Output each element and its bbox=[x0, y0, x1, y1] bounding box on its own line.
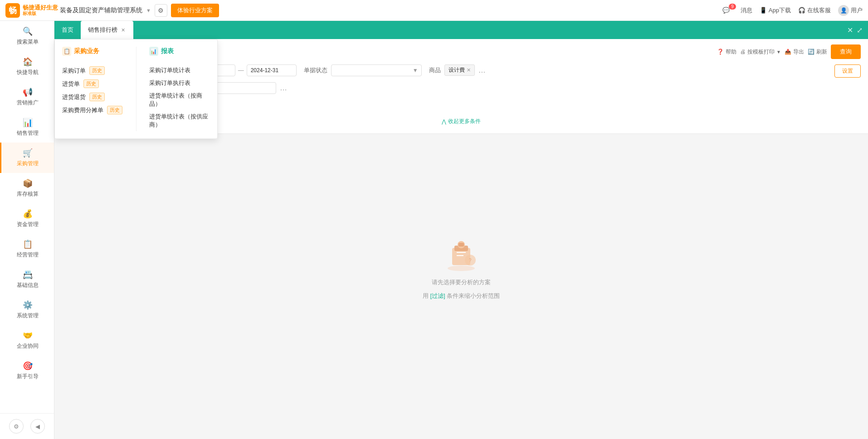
print-label: 按模板打印 bbox=[747, 48, 775, 56]
menu-item-incoming-stats-supplier[interactable]: 进货单统计表（按供应商） bbox=[149, 110, 210, 131]
sidebar-label-operation: 经营管理 bbox=[17, 251, 39, 259]
tab-bar: 首页 销售排行榜 ✕ ✕ ⤢ bbox=[54, 21, 868, 39]
collapse-arrow-icon: ⋀ bbox=[442, 118, 446, 125]
sidebar-item-finance[interactable]: 💰 资金管理 bbox=[0, 203, 54, 234]
box-icon: 📦 bbox=[23, 178, 33, 188]
setting-btn-wrapper: 设置 bbox=[834, 63, 861, 78]
empty-state: ? 请先选择要分析的方案 用 [过滤] 条件来缩小分析范围 bbox=[54, 134, 868, 439]
history-tag-purchase-order: 历史 bbox=[89, 66, 105, 75]
sidebar-label-corp: 企业协同 bbox=[17, 342, 39, 350]
menu-item-incoming-stats-supplier-label: 进货单统计表（按供应商） bbox=[149, 113, 210, 129]
empty-line2: 用 [过滤] 条件来缩小分析范围 bbox=[423, 292, 500, 300]
topbar-right: 💬 9 消息 📱 App下载 🎧 在线客服 👤 用户 bbox=[722, 5, 863, 16]
card-icon: 📇 bbox=[23, 270, 33, 280]
toolbar-right: ❓ 帮助 🖨 按模板打印 ▼ 📤 导出 🔄 刷新 bbox=[717, 44, 861, 59]
svg-point-0 bbox=[448, 266, 475, 271]
cart-icon: 🛒 bbox=[23, 148, 33, 158]
history-tag-expense: 历史 bbox=[107, 106, 122, 114]
megaphone-icon: 📢 bbox=[23, 87, 33, 97]
doc-status-dropdown-icon: ▼ bbox=[413, 67, 418, 74]
sidebar-item-sales[interactable]: 📊 销售管理 bbox=[0, 112, 54, 143]
home-tab-label: 首页 bbox=[62, 26, 73, 34]
sidebar-label-inventory: 库存核算 bbox=[17, 190, 39, 198]
menu-item-purchase-order-label: 采购订单 bbox=[62, 67, 86, 75]
sidebar-item-operation[interactable]: 📋 经营管理 bbox=[0, 234, 54, 264]
salesperson-more-btn[interactable]: … bbox=[280, 84, 287, 92]
sidebar-label-basic: 基础信息 bbox=[17, 281, 39, 289]
system-dropdown-arrow[interactable]: ▼ bbox=[146, 8, 151, 13]
industry-btn[interactable]: 体验行业方案 bbox=[171, 4, 219, 17]
sidebar-label-system: 系统管理 bbox=[17, 312, 39, 320]
menu-item-po-stats[interactable]: 采购订单统计表 bbox=[149, 64, 210, 77]
menu-item-purchase-order[interactable]: 采购订单 历史 bbox=[62, 64, 123, 77]
export-label: 导出 bbox=[793, 48, 804, 56]
refresh-icon: 🔄 bbox=[808, 49, 814, 55]
export-btn[interactable]: 📤 导出 bbox=[785, 48, 804, 56]
message-label: 消息 bbox=[741, 6, 752, 15]
goods-tag: 设计費 ✕ bbox=[444, 64, 475, 76]
refresh-btn[interactable]: 🔄 刷新 bbox=[808, 48, 827, 56]
print-btn[interactable]: 🖨 按模板打印 ▼ bbox=[740, 48, 781, 56]
menu-item-incoming-stats-goods-label: 进货单统计表（按商品） bbox=[149, 92, 210, 108]
tab-home[interactable]: 首页 bbox=[54, 21, 81, 39]
sidebar-label-shortcut: 快捷导航 bbox=[17, 69, 39, 76]
tab-expand-icon[interactable]: ⤢ bbox=[857, 26, 863, 35]
sidebar-item-guide[interactable]: 🎯 新手引导 bbox=[0, 355, 54, 386]
goods-label: 商品 bbox=[429, 66, 441, 74]
menu-item-incoming[interactable]: 进货单 历史 bbox=[62, 77, 123, 90]
sidebar-item-basic[interactable]: 📇 基础信息 bbox=[0, 264, 54, 295]
query-button[interactable]: 查询 bbox=[831, 44, 861, 59]
refresh-label: 刷新 bbox=[816, 48, 827, 56]
svg-text:?: ? bbox=[469, 258, 472, 263]
tab-close-window-icon[interactable]: ✕ bbox=[847, 26, 853, 35]
date-end-input[interactable] bbox=[247, 64, 297, 76]
sidebar-label-finance: 资金管理 bbox=[17, 221, 39, 228]
export-icon: 📤 bbox=[785, 49, 791, 55]
menu-item-po-exec[interactable]: 采购订单执行表 bbox=[149, 77, 210, 89]
salesperson-input[interactable] bbox=[208, 82, 276, 94]
sidebar-item-marketing[interactable]: 📢 营销推广 bbox=[0, 82, 54, 112]
handshake-icon: 🤝 bbox=[23, 330, 33, 340]
print-dropdown-arrow[interactable]: ▼ bbox=[776, 49, 781, 54]
goods-more-btn[interactable]: … bbox=[478, 66, 486, 74]
report-col-icon: 📊 bbox=[149, 47, 158, 56]
message-item[interactable]: 💬 9 消息 bbox=[722, 6, 752, 15]
user-label: 用户 bbox=[851, 6, 863, 15]
app-download-item[interactable]: 📱 App下载 bbox=[760, 6, 791, 15]
menu-divider bbox=[136, 47, 137, 131]
purchase-business-label: 采购业务 bbox=[74, 47, 99, 55]
print-icon: 🖨 bbox=[740, 49, 746, 55]
logo-icon: 畅 bbox=[5, 3, 20, 18]
sidebar-item-corp[interactable]: 🤝 企业协同 bbox=[0, 325, 54, 355]
menu-item-incoming-stats-goods[interactable]: 进货单统计表（按商品） bbox=[149, 89, 210, 110]
doc-status-input[interactable] bbox=[331, 64, 422, 76]
setting-button[interactable]: 设置 bbox=[834, 64, 861, 78]
sidebar-item-inventory[interactable]: 📦 库存核算 bbox=[0, 173, 54, 203]
online-service-item[interactable]: 🎧 在线客服 bbox=[798, 6, 831, 15]
settings-gear[interactable]: ⚙ bbox=[155, 4, 167, 17]
purchase-business-col: 📋 采购业务 采购订单 历史 进货单 历史 进货退货 历史 采购费用分摊单 历史 bbox=[62, 47, 123, 131]
sidebar-item-shortcut[interactable]: 🏠 快捷导航 bbox=[0, 51, 54, 82]
headset-icon: 🎧 bbox=[798, 7, 805, 14]
user-item[interactable]: 👤 用户 bbox=[838, 5, 863, 16]
topbar: 畅 畅捷通好生意 标准版 装备及固定资产辅助管理系统 ▼ ⚙ 体验行业方案 💬 … bbox=[0, 0, 868, 21]
menu-item-expense[interactable]: 采购费用分摊单 历史 bbox=[62, 104, 123, 117]
report-header: 📊 报表 bbox=[149, 47, 210, 59]
sidebar-collapse-btn[interactable]: ◀ bbox=[30, 419, 45, 434]
system-name-area: 装备及固定资产辅助管理系统 ▼ ⚙ 体验行业方案 bbox=[60, 4, 722, 17]
sidebar-item-purchase[interactable]: 🛒 采购管理 bbox=[0, 143, 54, 173]
tab-right-controls: ✕ ⤢ bbox=[847, 26, 868, 35]
tab-close-icon[interactable]: ✕ bbox=[120, 26, 126, 34]
goods-group: 商品 设计費 ✕ … bbox=[429, 64, 486, 76]
sidebar-footer: ⚙ ◀ bbox=[0, 413, 54, 439]
goods-tag-close[interactable]: ✕ bbox=[467, 67, 471, 73]
help-btn[interactable]: ❓ 帮助 bbox=[717, 48, 736, 56]
help-icon: ❓ bbox=[717, 49, 724, 55]
tab-sales-rank[interactable]: 销售排行榜 ✕ bbox=[81, 21, 133, 39]
sidebar-item-system[interactable]: ⚙️ 系统管理 bbox=[0, 295, 54, 325]
menu-item-return[interactable]: 进货退货 历史 bbox=[62, 90, 123, 104]
sidebar-settings-btn[interactable]: ⚙ bbox=[9, 419, 24, 434]
money-icon: 💰 bbox=[23, 209, 33, 219]
logo-sub: 标准版 bbox=[23, 11, 58, 16]
sidebar-item-search[interactable]: 🔍 搜索菜单 bbox=[0, 21, 54, 51]
